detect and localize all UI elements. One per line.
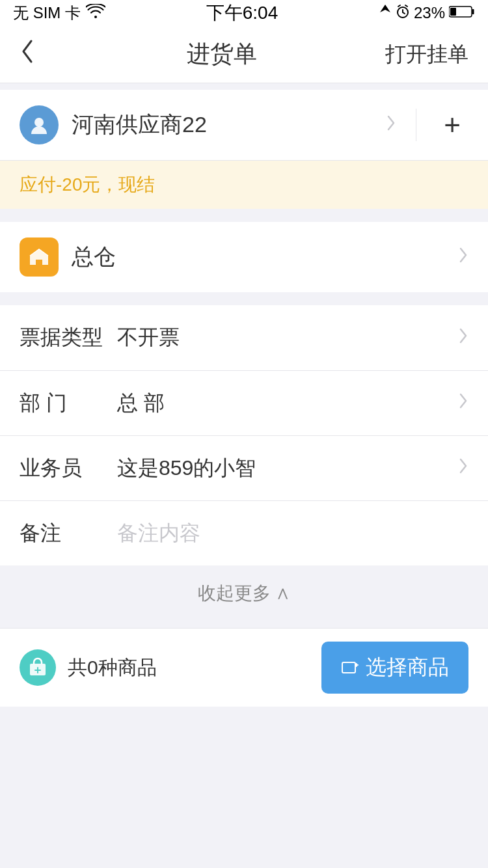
product-icon (20, 649, 56, 686)
location-icon (379, 3, 392, 23)
department-chevron-icon (458, 392, 468, 414)
status-bar: 无 SIM 卡 下午6:04 23% (0, 0, 488, 26)
salesperson-value: 这是859的小智 (104, 454, 458, 483)
warehouse-icon (20, 237, 59, 277)
select-product-label: 选择商品 (366, 653, 449, 682)
status-right: 23% (379, 3, 475, 23)
invoice-type-chevron-icon (458, 327, 468, 349)
svg-rect-7 (472, 9, 474, 14)
warehouse-row[interactable]: 总仓 (0, 222, 488, 292)
battery-text: 23% (414, 4, 445, 22)
top-separator (0, 83, 488, 90)
department-value: 总 部 (104, 389, 458, 418)
status-left: 无 SIM 卡 (13, 3, 105, 23)
salesperson-chevron-icon (458, 457, 468, 480)
supplier-chevron-icon (386, 114, 396, 137)
svg-point-9 (34, 118, 44, 127)
nav-bar: 进货单 打开挂单 (0, 26, 488, 83)
remark-row[interactable]: 备注 备注内容 (0, 500, 488, 565)
separator-3 (0, 621, 488, 628)
page-title: 进货单 (187, 38, 257, 70)
supplier-name: 河南供应商22 (72, 110, 386, 140)
svg-line-4 (398, 5, 400, 7)
form-section: 票据类型 不开票 部 门 总 部 业务员 这是859的小智 备注 备注内容 (0, 305, 488, 565)
notice-bar: 应付-20元，现结 (0, 161, 488, 209)
department-label: 部 门 (20, 389, 104, 418)
product-count: 共0种商品 (68, 655, 321, 681)
warehouse-section: 总仓 (0, 222, 488, 292)
collapse-label: 收起更多 ∧ (198, 581, 291, 606)
salesperson-label: 业务员 (20, 454, 104, 483)
status-time: 下午6:04 (206, 1, 278, 25)
warehouse-name: 总仓 (72, 242, 458, 272)
svg-line-3 (403, 12, 405, 14)
remark-value[interactable]: 备注内容 (104, 519, 468, 548)
svg-line-5 (405, 5, 407, 7)
add-button[interactable]: + (436, 109, 468, 141)
supplier-row[interactable]: 河南供应商22 + (0, 90, 488, 161)
separator-2 (0, 292, 488, 305)
vertical-divider (416, 109, 416, 141)
warehouse-chevron-icon (458, 246, 468, 269)
svg-rect-14 (342, 662, 355, 673)
separator-1 (0, 209, 488, 222)
battery-icon (449, 4, 475, 22)
wifi-icon (86, 4, 105, 22)
svg-marker-0 (380, 5, 390, 12)
back-button[interactable] (20, 38, 59, 70)
select-product-button[interactable]: 选择商品 (321, 642, 468, 694)
remark-label: 备注 (20, 519, 104, 548)
salesperson-row[interactable]: 业务员 这是859的小智 (0, 435, 488, 500)
invoice-type-label: 票据类型 (20, 323, 104, 352)
svg-rect-10 (36, 260, 42, 265)
sim-signal: 无 SIM 卡 (13, 3, 81, 23)
collapse-row[interactable]: 收起更多 ∧ (0, 565, 488, 621)
svg-rect-8 (450, 8, 456, 16)
bottom-background (0, 707, 488, 868)
supplier-section: 河南供应商22 + 应付-20元，现结 (0, 90, 488, 209)
department-row[interactable]: 部 门 总 部 (0, 370, 488, 435)
alarm-icon (396, 4, 410, 22)
supplier-avatar (20, 105, 59, 144)
invoice-type-value: 不开票 (104, 323, 458, 352)
product-bar: 共0种商品 选择商品 (0, 628, 488, 707)
invoice-type-row[interactable]: 票据类型 不开票 (0, 305, 488, 370)
open-pending-button[interactable]: 打开挂单 (385, 40, 468, 69)
